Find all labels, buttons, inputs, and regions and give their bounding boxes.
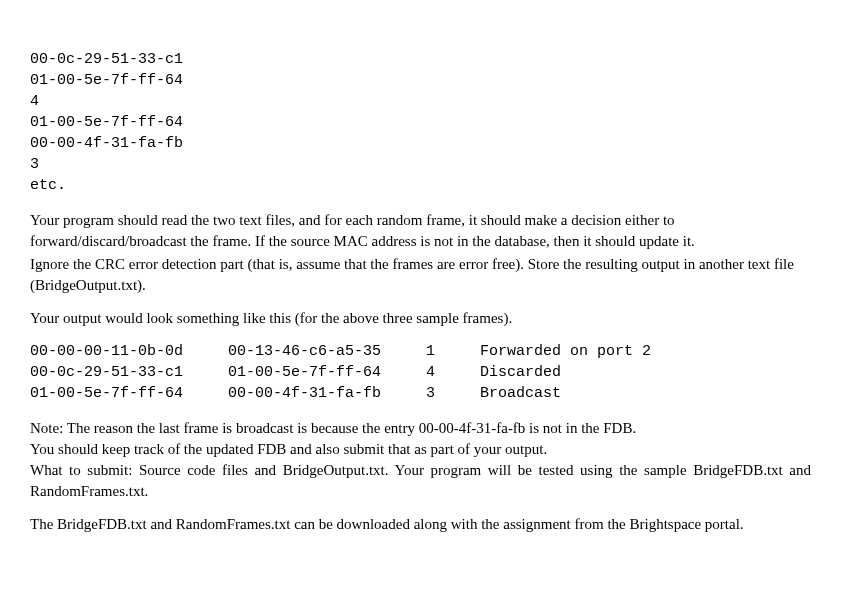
sample-output-block: 00-00-00-11-0b-0d 00-13-46-c6-a5-35 1 Fo… [30,341,811,404]
note-line-3: What to submit: Source code files and Br… [30,460,811,502]
notes-block: Note: The reason the last frame is broad… [30,418,811,502]
paragraph-instructions-1: Your program should read the two text fi… [30,210,811,252]
frame-sample-block: 00-0c-29-51-33-c1 01-00-5e-7f-ff-64 4 01… [30,28,811,196]
code-line: 01-00-5e-7f-ff-64 [30,114,183,131]
paragraph-instructions-2: Ignore the CRC error detection part (tha… [30,254,811,296]
code-line: 00-0c-29-51-33-c1 [30,51,183,68]
code-line: 00-00-4f-31-fa-fb [30,135,183,152]
code-line: 01-00-5e-7f-ff-64 [30,72,183,89]
code-line: 4 [30,93,39,110]
paragraph-download-info: The BridgeFDB.txt and RandomFrames.txt c… [30,514,811,535]
paragraph-output-intro: Your output would look something like th… [30,308,811,329]
code-line: 3 [30,156,39,173]
code-line: etc. [30,177,66,194]
note-line-1: Note: The reason the last frame is broad… [30,418,811,439]
note-line-2: You should keep track of the updated FDB… [30,439,811,460]
